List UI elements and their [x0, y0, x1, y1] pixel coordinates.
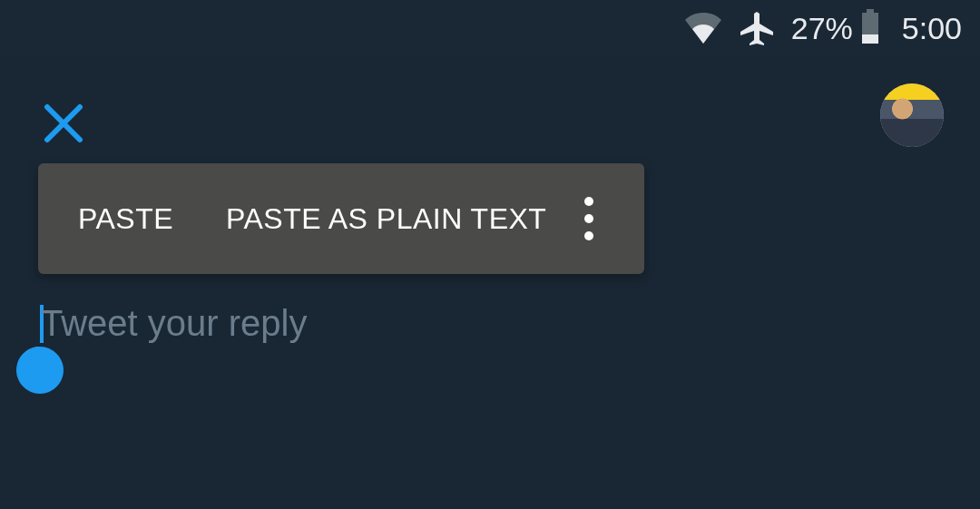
more-options-icon[interactable]: [575, 188, 603, 250]
compose-screen: PASTE PASTE AS PLAIN TEXT Tweet your rep…: [0, 56, 980, 509]
svg-rect-0: [867, 9, 874, 13]
clock-label: 5:00: [902, 11, 962, 46]
paste-menu-item[interactable]: PASTE: [71, 202, 181, 236]
status-bar: 27% 5:00: [0, 0, 980, 56]
battery-percent-label: 27%: [791, 11, 853, 46]
svg-rect-2: [862, 34, 878, 44]
context-menu: PASTE PASTE AS PLAIN TEXT: [38, 163, 644, 274]
close-button[interactable]: [44, 103, 83, 147]
airplane-icon: [739, 10, 775, 46]
reply-placeholder: Tweet your reply: [41, 303, 307, 344]
text-selection-handle[interactable]: [16, 347, 64, 394]
paste-plain-text-menu-item[interactable]: PASTE AS PLAIN TEXT: [219, 202, 554, 236]
wifi-icon: [684, 13, 722, 44]
profile-avatar[interactable]: [880, 83, 944, 147]
battery-icon: [860, 9, 880, 47]
reply-input[interactable]: Tweet your reply: [40, 303, 307, 344]
battery-status: 27%: [791, 9, 880, 47]
